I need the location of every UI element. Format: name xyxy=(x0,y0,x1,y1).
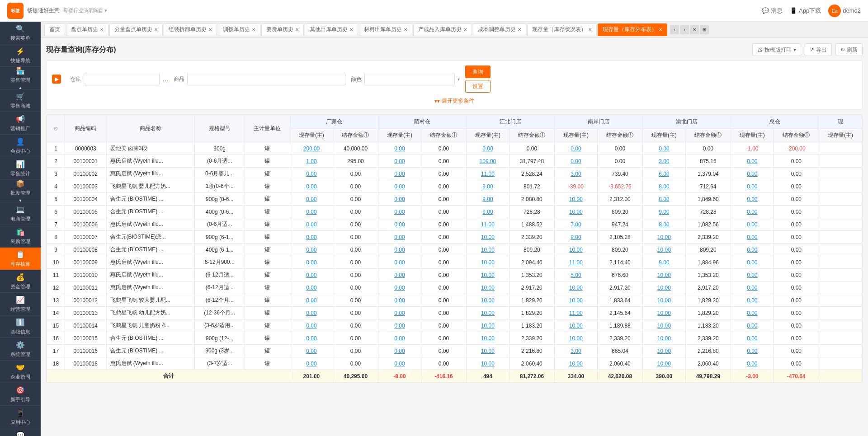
app-download-btn[interactable]: 📱 App下载 xyxy=(790,7,821,15)
cell-code: 00100008 xyxy=(65,244,107,256)
summary-jiangbei-cur: 494 xyxy=(466,370,509,383)
goods-input[interactable]: babycare孕妇待产包 春季入院全套母子组合孕妇产后冬季月子用品 22件套 … xyxy=(187,73,345,85)
tab-close-10[interactable]: ✕ xyxy=(588,27,592,32)
download-icon: 📱 xyxy=(790,7,797,14)
cell-code: 00100015 xyxy=(65,332,107,345)
th-mucun: 陌村仓 xyxy=(378,115,466,129)
cell-nanan-cur: 9.00 xyxy=(554,231,597,244)
cell-nanan-money: 2,917.20 xyxy=(597,281,642,294)
refresh-btn[interactable]: ↻ 刷新 xyxy=(835,43,863,56)
cell-unit: 罐 xyxy=(245,281,290,294)
cell-jiangbei-cur: 109.00 xyxy=(466,155,509,168)
tab-next-btn[interactable]: › xyxy=(680,25,689,34)
cell-yubei-money: 875.16 xyxy=(685,155,731,168)
th-settings[interactable]: ⚙ xyxy=(47,115,65,142)
cell-mucun-money: 0.00 xyxy=(421,193,466,206)
sidebar-item-retail-stats[interactable]: 📊 零售统计 xyxy=(0,157,41,180)
tab-材料出库[interactable]: 材料出库单历史 ✕ xyxy=(359,23,412,36)
basics-icon: ℹ️ xyxy=(16,318,25,327)
tab-close-all-btn[interactable]: ✕ xyxy=(690,25,699,34)
search-expand-arrow[interactable]: ▶ xyxy=(52,75,61,84)
tab-要货[interactable]: 要货单历史 ✕ xyxy=(261,23,304,36)
tab-现存量状况[interactable]: 现存量（库存状况表） ✕ xyxy=(527,23,597,36)
sidebar-item-wechat[interactable]: 💬 企业微信 xyxy=(0,428,41,436)
cell-total-money: 0.00 xyxy=(774,193,819,206)
cell-total-cur: 0.00 xyxy=(731,231,774,244)
avatar: Ea xyxy=(828,5,841,17)
tab-close-11[interactable]: ✕ xyxy=(659,27,662,32)
expand-conditions-btn[interactable]: ▾▾ 展开更多条件 xyxy=(434,97,474,105)
cell-name: 合生元 (BIOSTIME) ... xyxy=(106,332,194,345)
tab-close-9[interactable]: ✕ xyxy=(518,27,521,32)
sidebar-item-search[interactable]: 🔍 搜索英单 xyxy=(0,22,41,44)
tab-home[interactable]: 首页 xyxy=(44,23,65,36)
tab-close-6[interactable]: ✕ xyxy=(349,27,353,32)
color-dropdown-icon[interactable]: ▾ xyxy=(458,77,460,82)
industry-selector[interactable]: 母婴行业演示陈套 ▾ xyxy=(63,7,107,14)
color-input[interactable] xyxy=(364,73,455,85)
tab-expand-btn[interactable]: ⊞ xyxy=(700,25,709,34)
messages-btn[interactable]: 💬 消息 xyxy=(762,7,783,15)
tab-close-2[interactable]: ✕ xyxy=(154,27,158,32)
search-btn[interactable]: 查询 xyxy=(465,66,491,78)
tab-close-4[interactable]: ✕ xyxy=(252,27,255,32)
system-icon: ⚙️ xyxy=(16,341,25,349)
stats-icon: 📊 xyxy=(16,160,25,169)
cell-jiangbei-money: 2,060.40 xyxy=(509,357,554,370)
print-btn[interactable]: 🖨 按模版打印 ▾ xyxy=(752,43,801,56)
tab-成本调整[interactable]: 成本调整单历史 ✕ xyxy=(473,23,526,36)
cell-name: 惠氏启赋 (Wyeth illu... xyxy=(106,218,194,231)
sidebar-item-apps[interactable]: 📱 应用中心 xyxy=(0,406,41,428)
cell-mucun-cur: 0.00 xyxy=(378,244,421,256)
logo-text: 畅捷通好生意 xyxy=(27,7,60,14)
cell-nanan-money: 0.00 xyxy=(597,155,642,168)
user-area[interactable]: Ea demo2 xyxy=(828,5,861,17)
tab-产成品入库[interactable]: 产成品入库单历史 ✕ xyxy=(413,23,472,36)
sidebar-item-purchase[interactable]: 🛍️ 采购管理 xyxy=(0,225,41,248)
cell-total-money: 0.00 xyxy=(774,168,819,180)
cell-nanan-money: 2,060.40 xyxy=(597,357,642,370)
cell-changjia-cur: 0.00 xyxy=(290,206,333,218)
export-btn[interactable]: ↗ 导出 xyxy=(805,43,832,56)
sidebar-item-system[interactable]: ⚙️ 系统管理 xyxy=(0,338,41,361)
cell-spec: 6-12月900... xyxy=(194,256,245,269)
cell-code: 00100013 xyxy=(65,307,107,319)
cell-nanan-cur: 10.00 xyxy=(554,319,597,332)
sidebar-item-mall[interactable]: 🛒 零售商城 xyxy=(0,89,41,112)
tab-调拨[interactable]: 调拨单历史 ✕ xyxy=(218,23,260,36)
tab-prev-btn[interactable]: ‹ xyxy=(670,25,679,34)
tab-close-5[interactable]: ✕ xyxy=(295,27,299,32)
table-row: 4 00100003 飞鹤星飞帆 婴儿配方奶... 1段(0-6个... 罐 0… xyxy=(47,180,862,193)
table-row: 8 00100007 合生元(BIOSTIME)派... 900g (6-1..… xyxy=(47,231,862,244)
sidebar-item-basics[interactable]: ℹ️ 基础信息 xyxy=(0,315,41,338)
tab-现存量分布[interactable]: 现存量（库存分布表） ✕ xyxy=(598,23,667,36)
sidebar-item-member[interactable]: 👤 会员中心 xyxy=(0,135,41,157)
sidebar-item-ecom[interactable]: 💻 电商管理 xyxy=(0,202,41,225)
cell-name: 飞鹤星飞帆 幼儿配方奶... xyxy=(106,307,194,319)
tab-其他出库[interactable]: 其他出库单历史 ✕ xyxy=(305,23,358,36)
sidebar-item-inventory[interactable]: 📋 库存核算 xyxy=(0,248,41,270)
tab-close-1[interactable]: ✕ xyxy=(100,27,104,32)
sidebar-item-operations[interactable]: 📈 经营管理 xyxy=(0,293,41,315)
sidebar-item-retail-mgmt[interactable]: 🏪 零售管理 ▲ xyxy=(0,67,41,89)
cell-cur xyxy=(819,155,862,168)
search-icon: 🔍 xyxy=(16,24,25,33)
cell-total-cur: 0.00 xyxy=(731,357,774,370)
tab-分量盘点[interactable]: 分量盘点单历史 ✕ xyxy=(109,23,163,36)
sidebar-item-finance[interactable]: 💰 资金管理 xyxy=(0,270,41,293)
tab-组装拆卸[interactable]: 组装拆卸单历史 ✕ xyxy=(164,23,217,36)
warehouse-dots[interactable]: ... xyxy=(162,75,168,83)
sidebar-item-marketing[interactable]: 📢 营销推广 xyxy=(0,112,41,135)
sidebar-item-collab[interactable]: 🤝 企业协同 xyxy=(0,361,41,383)
sidebar-item-guide[interactable]: 🎯 新手引导 xyxy=(0,383,41,406)
tab-close-3[interactable]: ✕ xyxy=(208,27,212,32)
tab-close-8[interactable]: ✕ xyxy=(463,27,467,32)
tab-close-7[interactable]: ✕ xyxy=(404,27,407,32)
warehouse-input[interactable] xyxy=(84,73,160,85)
sidebar-item-quicknav[interactable]: ⚡ 快捷导航 xyxy=(0,44,41,67)
tab-inventory-check[interactable]: 盘点单历史 ✕ xyxy=(66,23,108,36)
cell-unit: 罐 xyxy=(245,256,290,269)
cell-cur xyxy=(819,345,862,357)
settings-btn[interactable]: 设置 xyxy=(465,80,491,93)
sidebar-item-wholesale[interactable]: 📦 批发管理 ▼ xyxy=(0,180,41,202)
